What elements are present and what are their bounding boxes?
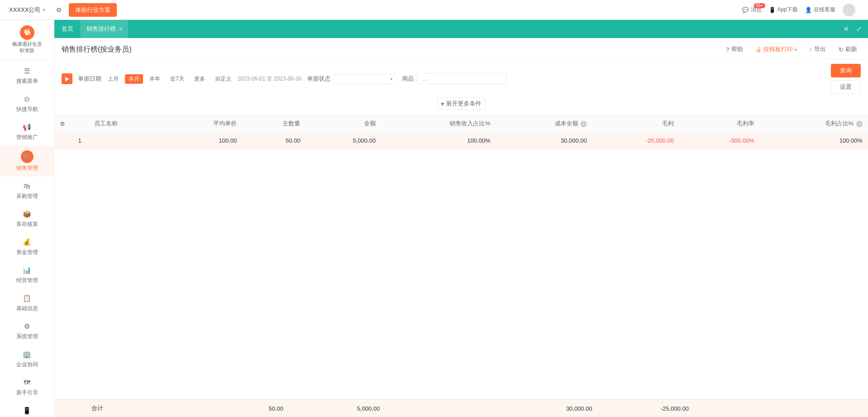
expand-icon: ▾ (441, 101, 444, 107)
sidebar-item-system[interactable]: ⚙ 系统管理 (0, 317, 54, 345)
sidebar-item-basic-info[interactable]: 📋 基础信息 (0, 289, 54, 317)
main-layout: 畅 畅康通好生意标准版 ☰ 搜索菜单 ⊙ 快捷导航 📢 营销推广 🛒 销售管理 … (0, 20, 868, 417)
status-filter-group: 单据状态 ▾ (307, 74, 397, 84)
header-right: 💬 消息 99+ 📱 App下载 👤 在线客服 (742, 4, 863, 16)
sidebar-item-search[interactable]: ☰ 搜索菜单 (0, 62, 54, 90)
guide-icon: 🗺 (22, 378, 32, 388)
sidebar-item-label-finance: 资金管理 (16, 249, 38, 256)
filter-expand-arrow[interactable]: ▶ (62, 73, 72, 84)
sidebar-item-label-guide: 新手引导 (16, 389, 38, 397)
col-employee-name: 员工名称 (89, 115, 165, 133)
system-icon: ⚙ (22, 321, 32, 331)
search-menu-icon: ☰ (22, 66, 32, 76)
date-btn-more[interactable]: 更多 (191, 74, 209, 84)
enterprise-icon: 🏢 (22, 350, 32, 359)
row-settings-cell (54, 133, 71, 149)
date-btn-current-month[interactable]: 本月 (125, 74, 143, 84)
row-sales-ratio-cell: 100.00% (381, 133, 496, 149)
sidebar-item-label-inventory: 库存核算 (16, 220, 38, 228)
refresh-label: 刷新 (845, 45, 857, 53)
goods-input[interactable]: … (417, 73, 507, 84)
date-btn-custom[interactable]: 自定义 (211, 74, 235, 84)
total-gross-profit-cell: -25,000.00 (598, 400, 694, 417)
date-btn-7days[interactable]: 近7天 (167, 74, 188, 84)
app-download-button[interactable]: 📱 App下载 (769, 6, 798, 14)
sidebar-item-app-center[interactable]: 📱 应用中心 (0, 401, 54, 417)
print-dropdown-icon: ▾ (795, 47, 797, 52)
finance-icon: 💰 (22, 237, 32, 247)
sidebar-item-label-enterprise: 企业协同 (16, 361, 38, 369)
date-btn-current-year[interactable]: 本年 (146, 74, 164, 84)
total-row: 合计 50.00 5,000.00 30,000.00 -25,000.00 (54, 399, 868, 417)
col-gross-ratio: 毛利占比% i (760, 115, 868, 133)
date-filter-label: 单据日期 (78, 75, 101, 83)
total-main-qty-cell: 50.00 (211, 400, 289, 417)
trial-button[interactable]: 体验行业方案 (69, 3, 117, 17)
row-main-qty-cell: 50.00 (242, 133, 306, 149)
row-cost-amount-cell: 30,000.00 (496, 133, 592, 149)
print-button[interactable]: 🖨 按模板打印 ▾ (752, 43, 801, 55)
help-icon: ? (726, 46, 729, 53)
total-total-amount-cell: 5,000.00 (289, 400, 385, 417)
date-range-text: 2023-06-01 至 2023-06-30 (238, 75, 302, 83)
col-sales-ratio: 销售收入占比% (381, 115, 496, 133)
sidebar-item-inventory[interactable]: 📦 库存核算 (0, 205, 54, 233)
date-filter-group: 单据日期 上月 本月 本年 近7天 更多 自定义 2023-06-01 至 20… (78, 74, 302, 84)
company-selector[interactable]: XXXXX公司 ▾ (5, 4, 49, 16)
tab-close-icon[interactable]: ✕ (119, 26, 123, 32)
table-area: ⚙ 员工名称 平均单价 主数量 全额 销售收入占比% 成本全额 i 毛利 毛利率… (54, 115, 868, 399)
date-btn-last-month[interactable]: 上月 (104, 74, 122, 84)
sales-icon: 🛒 (21, 150, 34, 163)
sidebar-logo: 畅 畅康通好生意标准版 (0, 20, 54, 60)
sidebar-item-label-purchase: 采购管理 (16, 192, 38, 200)
expand-conditions-button[interactable]: ▾ 展开更多条件 (437, 97, 485, 110)
total-label-cell: 合计 (86, 400, 134, 417)
sidebar-item-purchase[interactable]: 🛍 采购管理 (0, 177, 54, 205)
help-button[interactable]: ? 帮助 (722, 43, 746, 55)
sidebar-item-label-search: 搜索菜单 (16, 77, 38, 85)
sidebar-item-operations[interactable]: 📊 经营管理 (0, 261, 54, 289)
inventory-icon: 📦 (22, 209, 32, 219)
export-button[interactable]: ↑ 导出 (806, 43, 830, 55)
tab-sales-ranking[interactable]: 销售排行榜 ✕ (81, 20, 128, 38)
total-rank-cell (68, 400, 86, 417)
col-settings[interactable]: ⚙ (54, 115, 71, 133)
refresh-button[interactable]: ↻ 刷新 (835, 43, 861, 55)
sidebar-item-finance[interactable]: 💰 资金管理 (0, 233, 54, 261)
row-rank-cell: 1 (71, 133, 89, 149)
sidebar-item-sales[interactable]: 🛒 销售管理 (0, 146, 54, 177)
cost-info-icon[interactable]: i (580, 121, 587, 127)
total-avg-price-cell (134, 400, 212, 417)
col-main-qty: 主数量 (242, 115, 306, 133)
content-area: 首页 销售排行榜 ✕ ✕ ⤢ 销售排行榜(按业务员) ? 帮助 (54, 20, 868, 417)
tab-home-label: 首页 (62, 25, 73, 33)
tab-home[interactable]: 首页 (54, 20, 81, 38)
status-select[interactable]: ▾ (333, 74, 397, 84)
query-section: 查询 设置 (831, 64, 861, 94)
sidebar-item-enterprise[interactable]: 🏢 企业协同 (0, 345, 54, 373)
table-row: 1 100.00 50.00 5,000.00 100.00% 30,000.0… (54, 133, 868, 149)
filter-settings-button[interactable]: 设置 (831, 80, 861, 94)
operations-icon: 📊 (22, 265, 32, 275)
message-badge: 99+ (754, 3, 765, 8)
message-button[interactable]: 💬 消息 99+ (742, 6, 762, 14)
print-icon: 🖨 (756, 46, 762, 53)
basic-info-icon: 📋 (22, 293, 32, 303)
settings-icon[interactable]: ⚙ (53, 4, 65, 16)
sidebar-item-shortcut[interactable]: ⊙ 快捷导航 (0, 90, 54, 118)
gross-ratio-info-icon[interactable]: i (856, 121, 863, 127)
sidebar-item-marketing[interactable]: 📢 营销推广 (0, 118, 54, 146)
online-service-button[interactable]: 👤 在线客服 (805, 6, 835, 14)
page-actions: ? 帮助 🖨 按模板打印 ▾ ↑ 导出 ↻ 刷新 (722, 43, 861, 55)
help-label: 帮助 (731, 45, 743, 53)
row-avg-price-cell: 100.00 (165, 133, 242, 149)
goods-filter-label: 商品 (402, 75, 414, 83)
col-cost-amount: 成本全额 i (496, 115, 592, 133)
chevron-down-icon: ▾ (43, 7, 45, 12)
export-icon: ↑ (810, 46, 813, 53)
tab-maximize-button[interactable]: ⤢ (854, 24, 864, 34)
tab-close-all-button[interactable]: ✕ (841, 24, 852, 34)
sidebar-item-guide[interactable]: 🗺 新手引导 (0, 373, 54, 401)
query-button[interactable]: 查询 (831, 64, 861, 77)
tab-right-actions: ✕ ⤢ (841, 24, 868, 34)
